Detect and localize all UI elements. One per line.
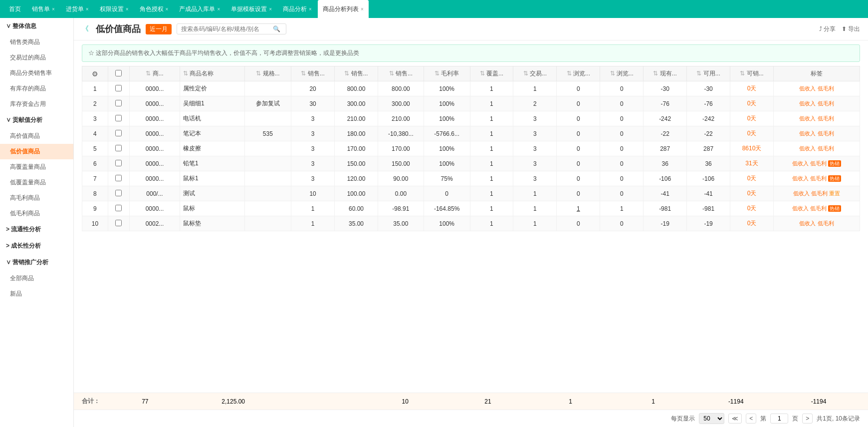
- sidebar-item-new-goods[interactable]: 新品: [0, 286, 73, 302]
- row-browse2: 0: [600, 171, 644, 186]
- nav-roles[interactable]: 角色授权 ×: [135, 0, 174, 18]
- row-checkbox-cell[interactable]: [108, 96, 129, 111]
- first-page-button[interactable]: ≪: [728, 414, 742, 424]
- sort-icon: ⇅: [523, 70, 528, 77]
- sidebar-item-sales-goods[interactable]: 销售类商品: [0, 34, 73, 50]
- sidebar-item-all-goods[interactable]: 全部商品: [0, 271, 73, 286]
- row-gross-rate: 75%: [424, 171, 470, 186]
- row-trade: 3: [513, 171, 557, 186]
- row-checkbox[interactable]: [115, 190, 122, 196]
- row-tags: 低收入 低毛利 热销: [773, 156, 860, 171]
- row-checkbox-cell[interactable]: [108, 201, 129, 216]
- col-header-sale-amt: ⇅ 销售...: [335, 66, 378, 81]
- row-checkbox-cell[interactable]: [108, 171, 129, 186]
- row-spec: 参加复试: [244, 96, 291, 111]
- sidebar-item-low-value[interactable]: 低价值商品: [0, 144, 73, 159]
- nav-purchase[interactable]: 进货单 ×: [61, 0, 94, 18]
- info-banner: ☆ 这部分商品的销售收入大幅低于商品平均销售收入，价值不高，可考虑调整营销策略，…: [82, 44, 860, 62]
- row-browse1[interactable]: 0: [557, 111, 600, 126]
- row-checkbox-cell[interactable]: [108, 156, 129, 171]
- sort-icon: ⇅: [480, 70, 485, 77]
- sidebar-item-traded-goods[interactable]: 交易过的商品: [0, 50, 73, 65]
- sidebar-item-low-coverage[interactable]: 低覆盖量商品: [0, 175, 73, 190]
- row-checkbox-cell[interactable]: [108, 126, 129, 141]
- row-checkbox[interactable]: [115, 205, 122, 211]
- table-container[interactable]: ⚙ ⇅ 商... ⇅ 商品名称 ⇅ 规格...: [74, 66, 868, 393]
- nav-home[interactable]: 首页: [4, 0, 26, 18]
- row-gross-rate: -5766.6...: [424, 126, 470, 141]
- row-browse1[interactable]: 0: [557, 171, 600, 186]
- select-all-checkbox[interactable]: [115, 70, 122, 76]
- close-icon[interactable]: ×: [269, 6, 272, 12]
- footer-stock: -1194: [721, 398, 750, 405]
- export-button[interactable]: ⬆ 导出: [842, 25, 860, 33]
- page-size-select[interactable]: 50 20 100: [699, 413, 724, 424]
- sidebar-item-low-margin[interactable]: 低毛利商品: [0, 206, 73, 221]
- nav-sales[interactable]: 销售单 ×: [27, 0, 60, 18]
- nav-template-settings[interactable]: 单据模板设置 ×: [226, 0, 277, 18]
- row-browse1[interactable]: 0: [557, 81, 600, 96]
- search-input[interactable]: [181, 25, 271, 32]
- row-checkbox[interactable]: [115, 220, 122, 226]
- tag-label: 低收入: [799, 130, 816, 136]
- close-icon[interactable]: ×: [52, 6, 55, 12]
- row-checkbox-cell[interactable]: [108, 186, 129, 201]
- row-checkbox[interactable]: [115, 85, 122, 91]
- share-button[interactable]: ⤴ 分享: [819, 25, 836, 33]
- row-browse1[interactable]: 0: [557, 156, 600, 171]
- row-browse1[interactable]: 0: [557, 141, 600, 156]
- sidebar-group-contribution[interactable]: ∨ 贡献值分析: [0, 112, 73, 128]
- row-checkbox[interactable]: [115, 160, 122, 166]
- row-browse1[interactable]: 0: [557, 126, 600, 141]
- close-icon[interactable]: ×: [361, 6, 364, 12]
- collapse-button[interactable]: 《: [82, 24, 89, 33]
- row-browse1[interactable]: 0: [557, 96, 600, 111]
- page-number-input[interactable]: [770, 414, 788, 424]
- sidebar-group-growth[interactable]: > 成长性分析: [0, 238, 73, 254]
- row-coverage: 1: [470, 141, 513, 156]
- close-icon[interactable]: ×: [126, 6, 129, 12]
- sidebar-item-category-sales[interactable]: 商品分类销售率: [0, 65, 73, 81]
- sidebar-item-high-value[interactable]: 高价值商品: [0, 128, 73, 144]
- sidebar-group-overall[interactable]: ∨ 整体信息: [0, 18, 73, 34]
- row-checkbox-cell[interactable]: [108, 141, 129, 156]
- nav-goods-analysis[interactable]: 商品分析 ×: [278, 0, 317, 18]
- close-icon[interactable]: ×: [166, 6, 169, 12]
- prev-page-button[interactable]: <: [746, 414, 756, 424]
- sidebar-item-stocked-goods[interactable]: 有库存的商品: [0, 81, 73, 96]
- next-page-button[interactable]: >: [802, 414, 813, 424]
- close-icon[interactable]: ×: [86, 6, 89, 12]
- gear-icon[interactable]: ⚙: [92, 70, 98, 78]
- close-icon[interactable]: ×: [309, 6, 312, 12]
- row-checkbox[interactable]: [115, 115, 122, 121]
- row-checkbox-cell[interactable]: [108, 111, 129, 126]
- footer-browse2: 1: [639, 398, 667, 405]
- row-checkbox[interactable]: [115, 100, 122, 106]
- nav-product-warehouse[interactable]: 产成品入库单 ×: [174, 0, 225, 18]
- nav-goods-analysis-list[interactable]: 商品分析列表 ×: [318, 0, 369, 18]
- sidebar-item-high-margin[interactable]: 高毛利商品: [0, 190, 73, 206]
- footer-sale-qty: 77: [131, 398, 160, 405]
- filter-recent-month-button[interactable]: 近一月: [146, 24, 172, 34]
- close-icon[interactable]: ×: [217, 6, 220, 12]
- row-browse1[interactable]: 1: [557, 201, 600, 216]
- row-code: 0000...: [130, 156, 180, 171]
- nav-permissions[interactable]: 权限设置 ×: [95, 0, 134, 18]
- col-header-name: ⇅ 商品名称: [180, 66, 244, 81]
- row-browse1[interactable]: 0: [557, 186, 600, 201]
- row-checkbox[interactable]: [115, 145, 122, 151]
- row-checkbox[interactable]: [115, 130, 122, 136]
- sidebar-group-marketing[interactable]: ∨ 营销推广分析: [0, 254, 73, 271]
- row-sale-amt: 100.00: [335, 186, 378, 201]
- sidebar-item-high-coverage[interactable]: 高覆盖量商品: [0, 159, 73, 175]
- row-checkbox-cell[interactable]: [108, 216, 129, 231]
- sort-icon: ⇅: [301, 70, 306, 77]
- row-spec: [244, 186, 291, 201]
- sidebar-item-stock-capital[interactable]: 库存资金占用: [0, 96, 73, 112]
- row-sellable: 0天: [730, 126, 774, 141]
- sidebar-group-circulation[interactable]: > 流通性分析: [0, 221, 73, 238]
- row-checkbox-cell[interactable]: [108, 81, 129, 96]
- search-icon[interactable]: 🔍: [273, 25, 280, 32]
- row-browse1[interactable]: 0: [557, 216, 600, 231]
- row-checkbox[interactable]: [115, 175, 122, 181]
